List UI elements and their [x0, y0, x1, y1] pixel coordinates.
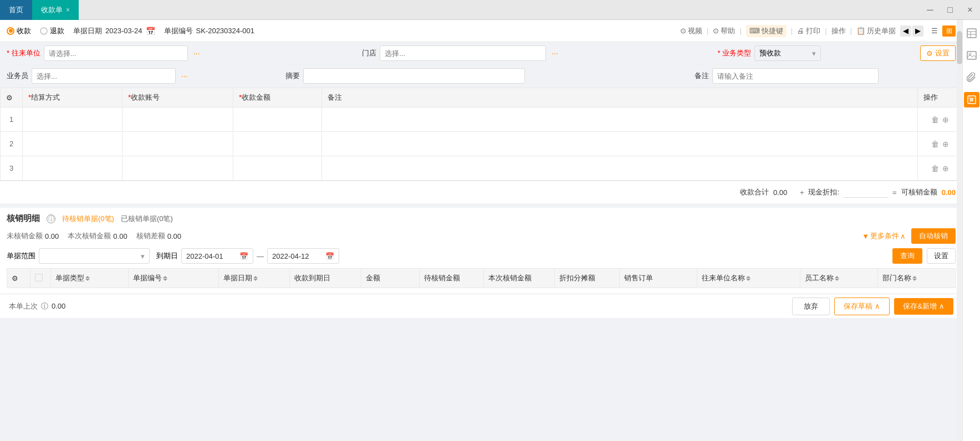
verify-filter-row: 单据范围 ▾ 到期日 📅 — 📅 查询 设置 — [7, 248, 956, 264]
row-amount[interactable] — [233, 132, 322, 156]
copy-icon[interactable]: ⊕ — [942, 164, 949, 173]
help-link[interactable]: ⊙ 帮助 — [713, 26, 735, 36]
table-area: ⚙ *结算方式 *收款账号 *收款金额 备注 操作 1 — [0, 88, 962, 181]
discount-input[interactable] — [844, 187, 888, 198]
done-tab[interactable]: 已核销单据(0笔) — [121, 214, 173, 224]
select-all-checkbox[interactable] — [35, 274, 43, 281]
remark-input[interactable] — [712, 68, 879, 84]
copy-icon[interactable]: ⊕ — [942, 115, 949, 124]
sidebar-screenshot-icon[interactable] — [964, 92, 979, 107]
partner-more-button[interactable]: ··· — [191, 49, 202, 58]
tab-home[interactable]: 首页 — [0, 0, 32, 20]
row-amount[interactable] — [233, 156, 322, 181]
tab-receipt[interactable]: 收款单 × — [32, 0, 79, 20]
cal-to-icon[interactable]: 📅 — [325, 252, 334, 260]
nav-arrows: ◀ ▶ — [900, 25, 923, 37]
delete-icon[interactable]: 🗑 — [931, 115, 939, 124]
sidebar-table-icon[interactable] — [964, 25, 979, 41]
scrollbar[interactable] — [957, 20, 962, 441]
tab-bar: 首页 收款单 × ─ □ × — [0, 0, 980, 20]
row-account[interactable] — [122, 132, 233, 156]
row-index: 3 — [1, 156, 23, 181]
svg-rect-4 — [967, 52, 976, 59]
row-settle[interactable] — [23, 132, 122, 156]
row-remark[interactable] — [322, 132, 918, 156]
save-new-button[interactable]: 保存&新增 ∧ — [894, 298, 953, 315]
stat-unverified: 未核销金额 0.00 — [7, 231, 59, 241]
more-filter-button[interactable]: ▼ 更多条件 ∧ — [862, 231, 906, 241]
bottom-th-order: 销售订单 — [619, 269, 697, 288]
footer-actions: 放弃 保存草稿 ∧ 保存&新增 ∧ — [792, 298, 953, 315]
section-divider — [0, 203, 962, 208]
staff-input[interactable] — [32, 68, 176, 84]
row-action: 🗑 ⊕ — [918, 107, 962, 132]
verify-info-icon[interactable]: ⓘ — [47, 214, 55, 223]
shop-more-button[interactable]: ··· — [549, 49, 560, 58]
bottom-th-no: 单据编号 — [129, 269, 219, 288]
staff-field: 业务员 ··· — [7, 68, 268, 84]
sidebar-attachment-icon[interactable] — [964, 70, 979, 85]
receipt-radio[interactable]: 收款 — [7, 26, 31, 36]
win-close-button[interactable]: × — [960, 0, 980, 20]
abandon-button[interactable]: 放弃 — [792, 298, 830, 315]
nav-next-button[interactable]: ▶ — [912, 25, 923, 37]
verify-title-row: 核销明细 ⓘ 待核销单据(0笔) 已核销单据(0笔) — [7, 213, 956, 224]
query-button[interactable]: 查询 — [892, 248, 922, 264]
row-settle[interactable] — [23, 107, 122, 132]
stat-current: 本次核销金额 0.00 — [68, 231, 127, 241]
nav-prev-button[interactable]: ◀ — [900, 25, 911, 37]
row-index: 1 — [1, 107, 23, 132]
th-action: 操作 — [918, 88, 962, 107]
row-amount[interactable] — [233, 107, 322, 132]
summary-row: 收款合计 0.00 + 现金折扣: = 可核销金额 0.00 — [0, 181, 962, 203]
gear-icon: ⚙ — [6, 94, 13, 102]
view-grid-button[interactable]: ⊞ — [942, 25, 956, 37]
video-link[interactable]: ⊙ 视频 — [680, 26, 702, 36]
print-link[interactable]: 🖨 打印 — [797, 26, 820, 36]
range-select[interactable]: ▾ — [39, 248, 150, 264]
date-calendar-icon[interactable]: 📅 — [146, 27, 155, 35]
save-draft-button[interactable]: 保存草稿 ∧ — [834, 298, 890, 315]
business-type-select[interactable]: 预收款 ▾ — [754, 45, 821, 61]
row-account[interactable] — [122, 156, 233, 181]
copy-icon[interactable]: ⊕ — [942, 140, 949, 148]
shop-input[interactable] — [380, 45, 546, 61]
settings-button[interactable]: ⚙ 设置 — [920, 45, 956, 61]
pending-tab[interactable]: 待核销单据(0笔) — [62, 214, 114, 224]
info-icon: ⓘ — [41, 301, 48, 311]
partner-input[interactable] — [44, 45, 188, 61]
bottom-th-amount: 金额 — [361, 269, 419, 288]
row-remark[interactable] — [322, 107, 918, 132]
history-link[interactable]: 📋 历史单据 — [856, 26, 896, 36]
win-min-button[interactable]: ─ — [920, 0, 940, 20]
doc-info: 单据日期 2023-03-24 📅 单据编号 SK-20230324-001 — [73, 26, 254, 36]
win-max-button[interactable]: □ — [940, 0, 960, 20]
delete-icon[interactable]: 🗑 — [931, 140, 939, 148]
delete-icon[interactable]: 🗑 — [931, 164, 939, 173]
verify-settings-button[interactable]: 设置 — [927, 248, 956, 264]
cal-from-icon[interactable]: 📅 — [239, 252, 248, 260]
staff-more-button[interactable]: ··· — [179, 71, 190, 80]
date-to-field: 📅 — [267, 248, 339, 264]
row-remark[interactable] — [322, 156, 918, 181]
date-to-input[interactable] — [272, 252, 322, 260]
gear-icon: ⚙ — [926, 49, 933, 58]
table-gear-th[interactable]: ⚙ — [1, 88, 23, 107]
date-from-input[interactable] — [186, 252, 236, 260]
row-account[interactable] — [122, 107, 233, 132]
operation-link[interactable]: 操作 — [831, 26, 846, 36]
row-settle[interactable] — [23, 156, 122, 181]
auto-offset-button[interactable]: 自动核销 — [911, 228, 956, 244]
shortcut-link[interactable]: ⌨ 快捷键 — [746, 25, 787, 37]
form-row-2: 业务员 ··· 摘要 备注 — [0, 65, 962, 88]
tab-close-icon[interactable]: × — [66, 0, 70, 20]
refund-radio[interactable]: 退款 — [40, 26, 64, 36]
bottom-th-checkbox[interactable] — [30, 269, 50, 288]
sidebar-image-icon[interactable] — [964, 48, 979, 63]
summary-input[interactable] — [303, 68, 525, 84]
bottom-th-gear[interactable]: ⚙ — [7, 269, 30, 288]
remark-field: 备注 — [695, 68, 956, 84]
svg-rect-7 — [970, 98, 973, 101]
scrollbar-thumb[interactable] — [957, 31, 962, 64]
view-list-button[interactable]: ☰ — [928, 25, 941, 37]
